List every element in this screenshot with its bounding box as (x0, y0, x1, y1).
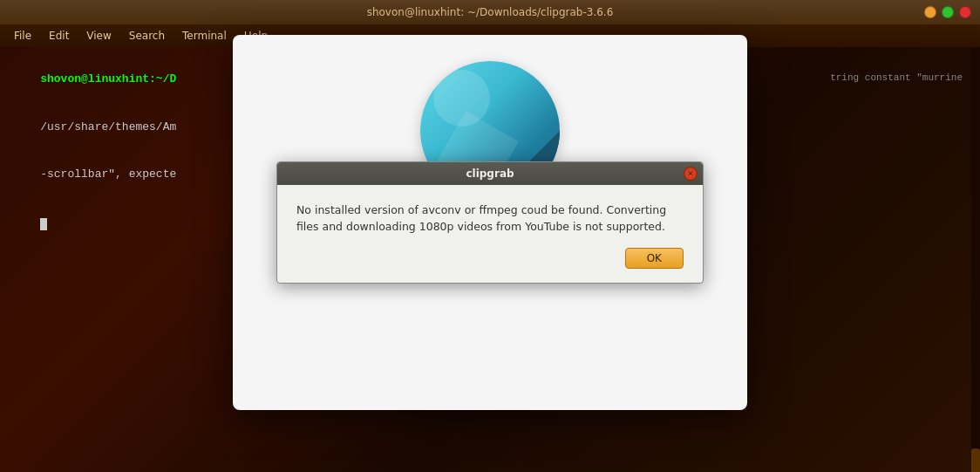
minimize-button[interactable] (924, 6, 936, 18)
maximize-button[interactable] (942, 6, 954, 18)
alert-title-bar: clipgrab ✕ (277, 162, 703, 185)
title-bar-title: shovon@linuxhint: ~/Downloads/clipgrab-3… (367, 6, 614, 18)
title-bar: shovon@linuxhint: ~/Downloads/clipgrab-3… (0, 0, 980, 24)
menu-terminal[interactable]: Terminal (175, 28, 234, 44)
terminal-prompt: shovon@linuxhint:~/D (40, 72, 176, 86)
terminal-cursor (40, 218, 47, 230)
menu-view[interactable]: View (79, 28, 118, 44)
title-bar-controls (924, 6, 971, 18)
scrollbar-thumb[interactable] (971, 448, 980, 472)
terminal-scrollbar[interactable] (971, 47, 980, 472)
ok-button[interactable]: OK (625, 248, 684, 269)
alert-title-text: clipgrab (466, 168, 514, 180)
alert-dialog: clipgrab ✕ No installed version of avcon… (276, 161, 704, 284)
menu-edit[interactable]: Edit (42, 28, 76, 44)
menu-file[interactable]: File (7, 28, 38, 44)
alert-message: No installed version of avconv or ffmpeg… (296, 202, 684, 236)
close-icon: ✕ (687, 169, 694, 178)
alert-close-button[interactable]: ✕ (684, 167, 698, 181)
alert-body: No installed version of avconv or ffmpeg… (277, 185, 703, 283)
alert-buttons: OK (296, 248, 684, 269)
menu-search[interactable]: Search (122, 28, 172, 44)
close-window-button[interactable] (959, 6, 971, 18)
